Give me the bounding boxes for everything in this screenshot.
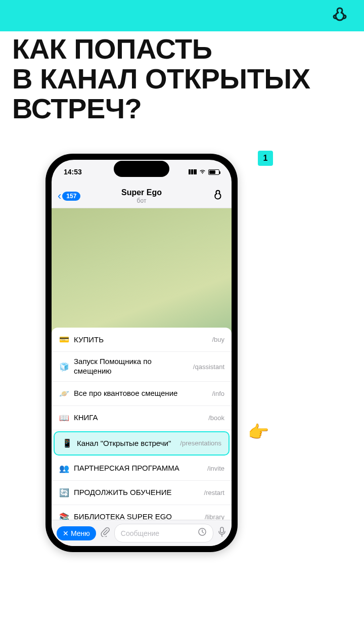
menu-item-icon: 🧊 xyxy=(59,362,70,372)
message-input-bar: ✕ Меню Сообщение xyxy=(52,520,232,546)
menu-item-command: /presentations xyxy=(180,439,221,447)
phone-frame: 14:53 ‹ 157 Super Ego бот xyxy=(46,154,238,552)
menu-item[interactable]: 📱Канал "Открытые встречи"/presentations xyxy=(54,431,230,456)
menu-item[interactable]: 🪐Все про квантовое смещение/info xyxy=(52,382,232,406)
chat-background xyxy=(52,208,232,333)
chevron-left-icon: ‹ xyxy=(58,190,61,203)
menu-item-label: ПАРТНЕРСКАЯ ПРОГРАММА xyxy=(74,464,203,473)
title-line: В КАНАЛ ОТКРЫТЫХ xyxy=(12,63,310,95)
menu-item[interactable]: 🧊Запуск Помощника по смещению/qassistant xyxy=(52,352,232,382)
title-line: ВСТРЕЧ? xyxy=(12,93,142,124)
menu-item-icon: 💳 xyxy=(59,335,70,344)
wifi-icon xyxy=(199,168,206,176)
menu-item-command: /invite xyxy=(207,465,224,472)
status-icons xyxy=(189,168,219,176)
menu-item-label: Запуск Помощника по смещению xyxy=(74,357,189,376)
phone-screen: 14:53 ‹ 157 Super Ego бот xyxy=(52,160,232,546)
menu-item-command: /qassistant xyxy=(193,363,224,371)
phone-notch xyxy=(114,161,169,177)
menu-item-label: Все про квантовое смещение xyxy=(74,389,208,398)
menu-item[interactable]: 👥ПАРТНЕРСКАЯ ПРОГРАММА/invite xyxy=(52,457,232,481)
accent-band xyxy=(0,0,364,31)
attach-icon[interactable] xyxy=(100,527,110,539)
menu-item-label: КУПИТЬ xyxy=(74,335,208,345)
brand-logo-icon xyxy=(330,6,350,26)
pointing-hand-icon: 👉 xyxy=(248,422,269,442)
menu-item-command: /restart xyxy=(204,489,224,496)
step-number-badge: 1 xyxy=(258,151,273,166)
menu-item-command: /book xyxy=(208,414,224,422)
menu-item-icon: 📖 xyxy=(59,413,70,423)
menu-item-icon: 🔄 xyxy=(59,488,70,497)
menu-button[interactable]: ✕ Меню xyxy=(57,526,96,540)
menu-item-command: /buy xyxy=(212,336,224,343)
menu-item-label: ПРОДОЛЖИТЬ ОБУЧЕНИЕ xyxy=(74,488,200,497)
unread-count-badge: 157 xyxy=(62,192,80,201)
menu-item-command: /info xyxy=(212,390,224,397)
menu-item-icon: 📱 xyxy=(62,438,73,448)
menu-item[interactable]: 🔄ПРОДОЛЖИТЬ ОБУЧЕНИЕ/restart xyxy=(52,481,232,505)
page-title: КАК ПОПАСТЬ В КАНАЛ ОТКРЫТЫХ ВСТРЕЧ? xyxy=(0,31,364,123)
battery-icon xyxy=(208,169,219,175)
title-line: КАК ПОПАСТЬ xyxy=(12,33,212,65)
message-placeholder: Сообщение xyxy=(121,529,159,537)
menu-item-label: Канал "Открытые встречи" xyxy=(77,439,176,448)
close-icon: ✕ xyxy=(63,529,69,537)
chat-avatar[interactable] xyxy=(210,189,225,204)
menu-item-icon: 🪐 xyxy=(59,389,70,398)
cellular-icon xyxy=(189,169,197,174)
menu-item-label: КНИГА xyxy=(74,413,204,423)
mic-icon[interactable] xyxy=(217,526,226,540)
menu-item-icon: 👥 xyxy=(59,464,70,473)
chat-header: ‹ 157 Super Ego бот xyxy=(52,184,232,208)
message-input[interactable]: Сообщение xyxy=(114,524,213,542)
schedule-icon[interactable] xyxy=(198,527,207,539)
svg-rect-1 xyxy=(220,527,223,533)
status-time: 14:53 xyxy=(64,168,82,176)
bot-menu-panel: 💳КУПИТЬ/buy🧊Запуск Помощника по смещению… xyxy=(52,328,232,546)
menu-button-label: Меню xyxy=(71,529,90,537)
back-button[interactable]: ‹ 157 xyxy=(58,190,80,203)
menu-item[interactable]: 💳КУПИТЬ/buy xyxy=(52,328,232,352)
menu-item[interactable]: 📖КНИГА/book xyxy=(52,406,232,430)
